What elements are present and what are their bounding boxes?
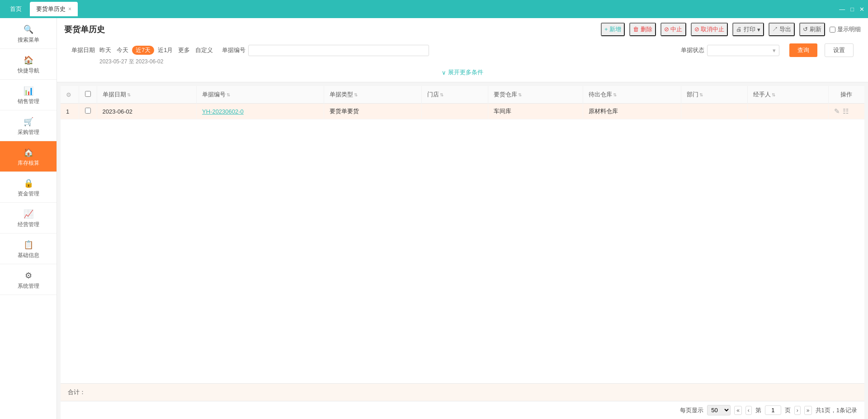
tab-home-label: 首页 — [10, 5, 22, 13]
sidebar-item-shortcut-label: 快捷导航 — [18, 67, 39, 75]
date-filter: 单据日期 昨天 今天 近7天 近1月 更多 自定义 — [71, 46, 215, 55]
row-detail-icon[interactable]: ☷ — [843, 107, 849, 115]
page-title-row: 要货单历史 + 新增 🗑 删除 ⊘ 中止 ⊘ 取消中止 🖨 打印 ▾ ↗ 导出 … — [64, 23, 861, 36]
row-checkbox[interactable] — [85, 108, 91, 114]
col-bill-no: 单据编号⇅ — [197, 86, 324, 104]
next-page-btn[interactable]: › — [794, 406, 801, 415]
print-button[interactable]: 🖨 打印 ▾ — [732, 23, 764, 36]
sidebar-item-sales[interactable]: 📊 销售管理 — [0, 80, 57, 110]
row-edit-icon[interactable]: ✎ — [834, 107, 840, 115]
page-number-input[interactable] — [765, 405, 781, 415]
date-more[interactable]: 更多 — [176, 46, 192, 55]
status-select[interactable] — [707, 45, 779, 56]
col-store-sort[interactable]: ⇅ — [440, 92, 443, 97]
tab-bill-history-label: 要货单历史 — [36, 5, 66, 13]
row-index: 1 — [61, 104, 79, 119]
bill-no-label: 单据编号 — [222, 46, 245, 54]
col-date-label: 单据日期 — [103, 91, 126, 98]
first-page-btn[interactable]: « — [734, 406, 742, 415]
row-checkbox-cell — [79, 104, 97, 119]
action-icons: ✎ ☷ — [834, 107, 859, 115]
col-department: 部门⇅ — [681, 86, 748, 104]
tab-bill-history[interactable]: 要货单历史 × — [30, 2, 78, 16]
date-today[interactable]: 今天 — [115, 46, 130, 55]
display-detail-checkbox[interactable] — [830, 27, 835, 33]
select-all-checkbox[interactable] — [85, 91, 91, 97]
col-pending-warehouse: 待出仓库⇅ — [583, 86, 681, 104]
home-icon: 🏠 — [24, 55, 33, 65]
row-actions: ✎ ☷ — [828, 104, 864, 119]
query-button[interactable]: 查询 — [789, 43, 817, 57]
date-yesterday[interactable]: 昨天 — [98, 46, 113, 55]
expand-more-button[interactable]: ∨ 展开更多条件 — [442, 68, 483, 76]
sidebar-item-inventory-label: 库存核算 — [18, 159, 39, 167]
cancel-stop-button[interactable]: ⊘ 取消中止 — [691, 23, 728, 36]
date-7days[interactable]: 近7天 — [132, 46, 154, 55]
display-detail-label: 显示明细 — [837, 25, 861, 33]
sidebar-item-shortcut[interactable]: 🏠 快捷导航 — [0, 49, 57, 80]
purchase-icon: 🛒 — [24, 117, 33, 127]
col-checkbox — [79, 86, 97, 104]
status-filter: 单据状态 — [681, 45, 782, 56]
row-bill-no-link[interactable]: YH-20230602-0 — [202, 108, 244, 115]
sidebar-item-search[interactable]: 🔍 搜索菜单 — [0, 18, 57, 49]
expand-more-label: 展开更多条件 — [448, 68, 483, 76]
row-handler — [748, 104, 828, 119]
sidebar-item-finance[interactable]: 🔒 资金管理 — [0, 172, 57, 203]
sidebar-item-purchase-label: 采购管理 — [18, 129, 39, 136]
row-pending-warehouse: 原材料仓库 — [583, 104, 681, 119]
window-max-btn[interactable]: □ — [850, 6, 854, 13]
sidebar-item-search-label: 搜索菜单 — [18, 36, 39, 44]
col-handler-label: 经手人 — [753, 91, 771, 98]
sidebar-item-system[interactable]: ⚙ 系统管理 — [0, 264, 57, 295]
setting-button[interactable]: 设置 — [825, 43, 854, 57]
sidebar-item-inventory[interactable]: 🏠 库存核算 — [0, 141, 57, 172]
settings-gear-icon[interactable]: ⚙ — [66, 91, 71, 98]
per-page-select[interactable]: 50 10 20 100 — [707, 405, 731, 415]
filter-row: 单据日期 昨天 今天 近7天 近1月 更多 自定义 单据编号 — [71, 43, 854, 57]
delete-button[interactable]: 🗑 删除 — [629, 23, 656, 36]
col-bill-no-sort[interactable]: ⇅ — [226, 92, 230, 97]
window-close-btn[interactable]: ✕ — [859, 6, 864, 13]
col-bill-type-sort[interactable]: ⇅ — [354, 92, 358, 97]
system-icon: ⚙ — [25, 271, 32, 281]
display-detail-toggle[interactable]: 显示明细 — [830, 25, 861, 33]
search-icon: 🔍 — [24, 24, 33, 34]
basic-icon: 📋 — [24, 240, 33, 250]
col-store-label: 门店 — [427, 91, 439, 98]
sidebar-item-finance-label: 资金管理 — [18, 190, 39, 198]
tab-bill-history-close[interactable]: × — [68, 6, 71, 12]
date-shortcuts: 昨天 今天 近7天 近1月 更多 自定义 — [98, 46, 215, 55]
finance-icon: 🔒 — [24, 178, 33, 188]
expand-more-area: ∨ 展开更多条件 — [71, 66, 854, 78]
print-chevron-icon[interactable]: ▾ — [757, 26, 760, 33]
col-date: 单据日期⇅ — [97, 86, 197, 104]
filter-area: 单据日期 昨天 今天 近7天 近1月 更多 自定义 单据编号 — [64, 40, 861, 82]
sidebar-item-purchase[interactable]: 🛒 采购管理 — [0, 110, 57, 141]
refresh-button[interactable]: ↺ 刷新 — [799, 23, 825, 36]
date-custom[interactable]: 自定义 — [193, 46, 215, 55]
col-handler: 经手人⇅ — [748, 86, 828, 104]
prev-page-btn[interactable]: ‹ — [745, 406, 752, 415]
tab-bar: 首页 要货单历史 × — [4, 2, 839, 16]
col-handler-sort[interactable]: ⇅ — [772, 92, 775, 97]
col-pending-warehouse-sort[interactable]: ⇅ — [613, 92, 617, 97]
col-bill-no-label: 单据编号 — [202, 91, 226, 98]
window-min-btn[interactable]: — — [839, 6, 845, 13]
export-button[interactable]: ↗ 导出 — [769, 23, 795, 36]
stop-button[interactable]: ⊘ 中止 — [660, 23, 686, 36]
date-range-display: 2023-05-27 至 2023-06-02 — [99, 58, 163, 65]
window-controls: — □ ✕ — [839, 6, 864, 13]
row-request-warehouse: 车间库 — [488, 104, 583, 119]
tab-home[interactable]: 首页 — [4, 2, 28, 16]
sidebar-item-operation[interactable]: 📈 经营管理 — [0, 203, 57, 233]
col-department-sort[interactable]: ⇅ — [699, 92, 703, 97]
add-button[interactable]: + 新增 — [601, 23, 625, 36]
date-1month[interactable]: 近1月 — [156, 46, 175, 55]
bill-no-input[interactable] — [248, 45, 429, 56]
col-date-sort[interactable]: ⇅ — [127, 92, 131, 97]
col-request-warehouse-sort[interactable]: ⇅ — [518, 92, 522, 97]
sidebar-item-basic[interactable]: 📋 基础信息 — [0, 233, 57, 264]
footer-summary: 合计： — [61, 383, 864, 401]
last-page-btn[interactable]: » — [804, 406, 812, 415]
